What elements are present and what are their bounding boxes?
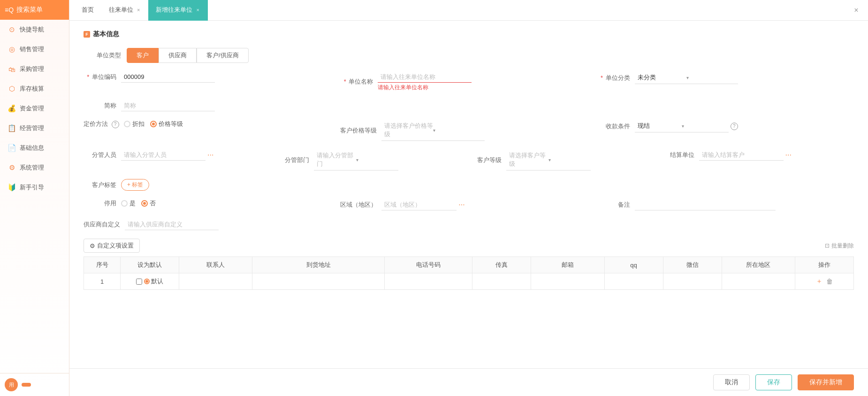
finance-icon: 💰 bbox=[8, 104, 16, 113]
pricing-discount-radio[interactable] bbox=[124, 121, 130, 127]
col-phone: 电话号码 bbox=[384, 257, 472, 273]
window-close-button[interactable]: × bbox=[849, 3, 863, 17]
unit-name-error: 请输入往来单位名称 bbox=[378, 84, 472, 92]
disabled-no-option[interactable]: 否 bbox=[141, 199, 156, 208]
sidebar-item-guide[interactable]: 🔰 新手引导 bbox=[0, 178, 69, 197]
pricing-level-option[interactable]: 价格等级 bbox=[150, 120, 183, 128]
sidebar-item-purchase[interactable]: 🛍 采购管理 bbox=[0, 59, 69, 79]
settlement-unit-input[interactable] bbox=[699, 149, 784, 161]
field-settlement-unit: 结算单位 ··· bbox=[662, 149, 854, 161]
form-row-supplier-custom: 供应商自定义 bbox=[84, 219, 854, 230]
form-row-misc: 停用 是 否 区域（地区） ··· 备注 bbox=[84, 199, 854, 210]
unit-type-label: 单位类型 bbox=[84, 51, 121, 60]
unit-name-label: * 单位名称 bbox=[340, 78, 378, 86]
form-row-manager: 分管人员 ··· 分管部门 请输入分管部门 ▾ 客户等级 请选择客户等级 ▾ 结… bbox=[84, 149, 854, 171]
pricing-level-radio[interactable] bbox=[150, 121, 157, 127]
sidebar-item-quick-nav[interactable]: ⊙ 快捷导航 bbox=[0, 20, 69, 39]
search-menu[interactable]: ≡Q 搜索菜单 bbox=[0, 0, 69, 20]
customer-price-level-select[interactable]: 请选择客户价格等级 ▾ bbox=[381, 120, 485, 141]
form-row-shortname: 简称 bbox=[84, 100, 854, 111]
col-index: 序号 bbox=[84, 257, 121, 273]
quick-nav-icon: ⊙ bbox=[8, 25, 16, 34]
field-payment-terms: 收款条件 现结 ▾ ? bbox=[597, 120, 854, 132]
tab-partner-list[interactable]: 往来单位 × bbox=[101, 0, 148, 21]
row-add-button[interactable]: ＋ bbox=[816, 277, 822, 286]
col-actions: 操作 bbox=[795, 257, 853, 273]
supplier-custom-input[interactable] bbox=[125, 219, 219, 230]
contact-table: 序号 设为默认 联系人 到货地址 电话号码 传真 邮箱 qq 微信 所在地区 操… bbox=[84, 256, 854, 290]
customer-level-select[interactable]: 请选择客户等级 ▾ bbox=[506, 149, 591, 171]
sidebar-label-operation: 经营管理 bbox=[20, 124, 44, 132]
tab-new-partner-close[interactable]: × bbox=[195, 7, 200, 13]
user-avatar: 用 bbox=[5, 378, 18, 391]
customer-tag-label: 客户标签 bbox=[84, 181, 121, 189]
field-disabled: 停用 是 否 bbox=[84, 199, 340, 208]
disabled-yes-radio[interactable] bbox=[121, 200, 128, 207]
payment-terms-select[interactable]: 现结 ▾ bbox=[635, 120, 729, 132]
sidebar-item-finance[interactable]: 💰 资金管理 bbox=[0, 99, 69, 118]
section-title-text: 基本信息 bbox=[93, 30, 119, 39]
batch-delete-button[interactable]: ⊡ 批量删除 bbox=[825, 242, 854, 250]
pricing-help-icon[interactable]: ? bbox=[112, 121, 119, 128]
col-fax: 传真 bbox=[472, 257, 531, 273]
payment-terms-help-icon[interactable]: ? bbox=[731, 123, 738, 130]
sidebar-item-inventory[interactable]: ⬡ 库存核算 bbox=[0, 79, 69, 99]
region-input[interactable] bbox=[381, 199, 457, 210]
supplier-custom-label: 供应商自定义 bbox=[84, 220, 125, 229]
col-email: 邮箱 bbox=[531, 257, 604, 273]
tab-partner-list-label: 往来单位 bbox=[109, 6, 133, 14]
cancel-button[interactable]: 取消 bbox=[713, 374, 750, 390]
field-unit-name: * 单位名称 请输入往来单位名称 bbox=[340, 71, 597, 92]
col-contact: 联系人 bbox=[179, 257, 252, 273]
unit-category-select[interactable]: 未分类 ▾ bbox=[635, 71, 738, 84]
add-tag-button[interactable]: + 标签 bbox=[121, 179, 149, 191]
department-select[interactable]: 请输入分管部门 ▾ bbox=[314, 149, 398, 171]
batch-delete-label: 批量删除 bbox=[831, 242, 854, 250]
row-checkbox[interactable] bbox=[136, 279, 142, 285]
row-wechat bbox=[663, 273, 722, 290]
tab-home[interactable]: 首页 bbox=[74, 0, 101, 21]
save-and-new-button[interactable]: 保存并新增 bbox=[798, 374, 854, 390]
row-email bbox=[531, 273, 604, 290]
main-area: 首页 往来单位 × 新增往来单位 × × F 基本信息 单位类型 客户 供应商 … bbox=[69, 0, 868, 396]
short-name-input[interactable] bbox=[121, 100, 215, 111]
sidebar-item-operation[interactable]: 📋 经营管理 bbox=[0, 118, 69, 138]
disabled-no-radio[interactable] bbox=[141, 200, 148, 207]
region-label: 区域（地区） bbox=[340, 201, 381, 209]
payment-terms-arrow: ▾ bbox=[682, 124, 726, 129]
unit-type-customer-button[interactable]: 客户 bbox=[127, 48, 159, 63]
custom-settings-label: 自定义项设置 bbox=[97, 241, 134, 250]
pricing-discount-option[interactable]: 折扣 bbox=[124, 120, 145, 128]
region-more-button[interactable]: ··· bbox=[457, 201, 466, 209]
row-qq bbox=[604, 273, 663, 290]
tab-new-partner[interactable]: 新增往来单位 × bbox=[148, 0, 207, 21]
tab-partner-list-close[interactable]: × bbox=[136, 7, 141, 13]
manager-input[interactable] bbox=[121, 149, 206, 161]
row-region bbox=[722, 273, 795, 290]
row-default-radio[interactable] bbox=[144, 279, 150, 284]
disabled-yes-option[interactable]: 是 bbox=[121, 199, 136, 208]
settlement-unit-more-button[interactable]: ··· bbox=[784, 151, 793, 159]
unit-code-label: * 单位编码 bbox=[84, 73, 121, 81]
col-qq: qq bbox=[604, 257, 663, 273]
unit-type-both-button[interactable]: 客户/供应商 bbox=[197, 48, 249, 63]
sidebar-item-sales[interactable]: ◎ 销售管理 bbox=[0, 39, 69, 59]
unit-name-input[interactable] bbox=[378, 71, 472, 83]
sales-icon: ◎ bbox=[8, 45, 16, 54]
purchase-icon: 🛍 bbox=[8, 65, 16, 73]
sidebar-item-system[interactable]: ⚙ 系统管理 bbox=[0, 158, 69, 178]
remarks-input[interactable] bbox=[635, 199, 776, 210]
sidebar-item-basic[interactable]: 📄 基础信息 bbox=[0, 138, 69, 158]
basic-icon: 📄 bbox=[8, 144, 16, 152]
remarks-label: 备注 bbox=[597, 201, 635, 209]
form-area: F 基本信息 单位类型 客户 供应商 客户/供应商 * 单位编码 * 单位名称 bbox=[69, 21, 868, 368]
custom-settings-button[interactable]: ⚙ 自定义项设置 bbox=[84, 239, 140, 253]
unit-type-supplier-button[interactable]: 供应商 bbox=[159, 48, 197, 63]
disabled-radio-group: 是 否 bbox=[121, 199, 156, 208]
unit-code-input[interactable] bbox=[121, 71, 215, 83]
unit-category-value: 未分类 bbox=[638, 73, 686, 82]
payment-terms-label: 收款条件 bbox=[597, 122, 635, 131]
manager-more-button[interactable]: ··· bbox=[206, 151, 215, 159]
row-delete-button[interactable]: 🗑 bbox=[826, 278, 833, 285]
save-button[interactable]: 保存 bbox=[755, 374, 792, 390]
